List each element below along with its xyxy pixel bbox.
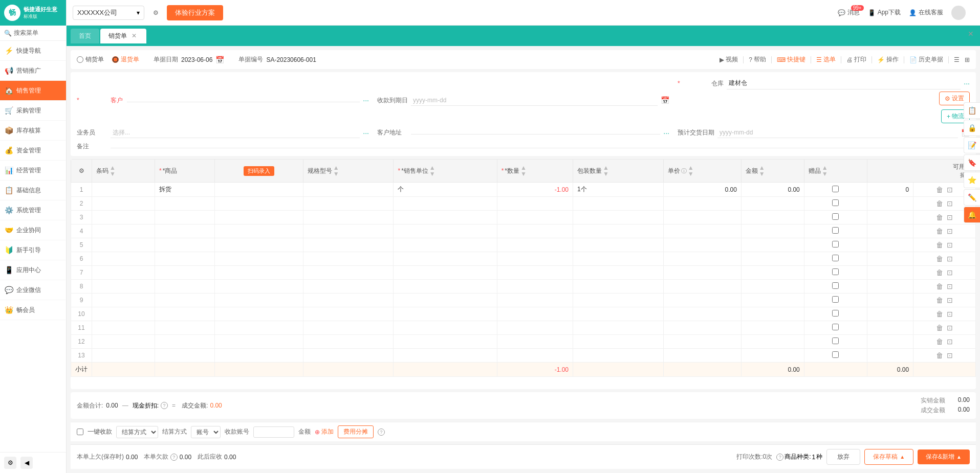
copy-icon[interactable]: ⊡ <box>946 337 954 346</box>
cell-spec[interactable] <box>303 266 394 280</box>
cell-amount[interactable] <box>741 238 804 252</box>
gift-checkbox[interactable] <box>832 199 839 206</box>
delete-icon[interactable]: 🗑 <box>935 199 944 208</box>
copy-icon[interactable]: ⊡ <box>946 186 954 194</box>
action-select[interactable]: ☰ 选单 <box>816 55 836 64</box>
gift-checkbox[interactable] <box>832 255 839 261</box>
sidebar-item-guide[interactable]: 🔰 新手引导 <box>0 240 66 260</box>
copy-icon[interactable]: ⊡ <box>946 268 954 277</box>
amount-input[interactable] <box>253 426 294 438</box>
sidebar-collapse-icon[interactable]: ◀ <box>20 457 33 469</box>
cell-unit[interactable] <box>394 335 497 349</box>
gift-checkbox[interactable] <box>832 282 839 289</box>
tab-home[interactable]: 首页 <box>71 29 99 43</box>
cell-gift[interactable] <box>804 335 867 349</box>
cell-amount[interactable] <box>741 266 804 280</box>
cell-qty[interactable] <box>497 294 573 307</box>
cell-barcode[interactable] <box>92 211 155 224</box>
close-x-btn[interactable]: ✕ <box>968 30 974 38</box>
cell-qty[interactable] <box>497 321 573 335</box>
cell-amount[interactable] <box>741 294 804 307</box>
copy-icon[interactable]: ⊡ <box>946 310 954 318</box>
gift-checkbox[interactable] <box>832 227 839 234</box>
action-help[interactable]: ? 帮助 <box>749 55 766 64</box>
cell-spec[interactable] <box>303 294 394 307</box>
cell-spec[interactable] <box>303 321 394 335</box>
delete-icon[interactable]: 🗑 <box>935 227 944 235</box>
sidebar-item-quick-nav[interactable]: ⚡ 快捷导航 <box>0 41 66 61</box>
cell-unit[interactable] <box>394 349 497 363</box>
sidebar-item-app-center[interactable]: 📱 应用中心 <box>0 260 66 280</box>
cell-spec[interactable] <box>303 238 394 252</box>
action-operate[interactable]: ⚡ 操作 <box>877 55 899 64</box>
cell-pkg-qty[interactable] <box>573 197 664 211</box>
cell-unit[interactable] <box>394 321 497 335</box>
float-btn-2[interactable]: 🔒 <box>964 120 980 136</box>
cell-unit[interactable] <box>394 197 497 211</box>
cell-pkg-qty[interactable] <box>573 321 664 335</box>
cell-qty[interactable]: -1.00 <box>497 183 573 197</box>
cell-price[interactable] <box>663 280 741 294</box>
action-view-grid[interactable]: ⊞ <box>965 56 970 63</box>
cell-gift[interactable] <box>804 294 867 307</box>
cell-product[interactable] <box>155 280 214 294</box>
online-service-btn[interactable]: 👤 在线客服 <box>909 8 943 17</box>
product-type-info-icon[interactable]: ? <box>776 454 783 461</box>
cell-product[interactable] <box>155 307 214 321</box>
cell-qty[interactable] <box>497 335 573 349</box>
add-payment-btn[interactable]: ⊕ 添加 <box>315 427 334 436</box>
cell-qty[interactable] <box>497 266 573 280</box>
cell-pkg-qty[interactable] <box>573 335 664 349</box>
cell-pkg-qty[interactable] <box>573 266 664 280</box>
customer-input[interactable] <box>127 99 360 102</box>
delete-icon[interactable]: 🗑 <box>935 351 944 359</box>
cell-qty[interactable] <box>497 211 573 224</box>
sidebar-item-basic[interactable]: 📋 基础信息 <box>0 181 66 200</box>
cell-unit[interactable] <box>394 238 497 252</box>
sidebar-item-inventory[interactable]: 📦 库存核算 <box>0 121 66 141</box>
cell-qty[interactable] <box>497 197 573 211</box>
cell-price[interactable] <box>663 266 741 280</box>
copy-icon[interactable]: ⊡ <box>946 213 954 221</box>
delete-icon[interactable]: 🗑 <box>935 213 944 221</box>
cell-price[interactable] <box>663 321 741 335</box>
cell-amount[interactable] <box>741 307 804 321</box>
cell-spec[interactable] <box>303 280 394 294</box>
cell-product[interactable] <box>155 238 214 252</box>
cell-unit[interactable] <box>394 266 497 280</box>
cell-pkg-qty[interactable]: 1个 <box>573 183 664 197</box>
cell-price[interactable] <box>663 211 741 224</box>
fee-split-btn[interactable]: 费用分摊 <box>338 425 374 438</box>
sidebar-item-sales[interactable]: 🏠 销售管理 <box>0 81 66 101</box>
copy-icon[interactable]: ⊡ <box>946 296 954 304</box>
topbar-settings-btn[interactable]: ⚙ <box>148 6 163 20</box>
cell-spec[interactable] <box>303 211 394 224</box>
gift-checkbox[interactable] <box>832 241 839 247</box>
action-video[interactable]: ▶ 视频 <box>720 55 738 64</box>
cell-unit[interactable]: 个 <box>394 183 497 197</box>
cell-amount[interactable] <box>741 349 804 363</box>
sidebar-item-wechat[interactable]: 💬 企业微信 <box>0 280 66 300</box>
delete-icon[interactable]: 🗑 <box>935 282 944 290</box>
cell-amount[interactable] <box>741 335 804 349</box>
cell-pkg-qty[interactable] <box>573 349 664 363</box>
delete-icon[interactable]: 🗑 <box>935 268 944 277</box>
cell-barcode[interactable] <box>92 321 155 335</box>
sidebar-item-finance[interactable]: 💰 资金管理 <box>0 141 66 161</box>
cell-pkg-qty[interactable] <box>573 211 664 224</box>
cell-barcode[interactable] <box>92 349 155 363</box>
action-shortcut[interactable]: ⌨ 快捷键 <box>777 55 805 64</box>
cell-unit[interactable] <box>394 224 497 238</box>
cell-price[interactable] <box>663 307 741 321</box>
cell-product[interactable] <box>155 266 214 280</box>
cell-product[interactable] <box>155 252 214 266</box>
action-history[interactable]: 📄 历史单据 <box>909 55 943 64</box>
save-draft-button[interactable]: 保存草稿 ▲ <box>864 449 913 465</box>
cell-gift[interactable] <box>804 280 867 294</box>
copy-icon[interactable]: ⊡ <box>946 199 954 208</box>
customer-dots-btn[interactable]: ··· <box>363 96 369 104</box>
sidebar-item-operation[interactable]: 📊 经营管理 <box>0 161 66 181</box>
sidebar-settings-icon[interactable]: ⚙ <box>4 457 16 469</box>
cell-gift[interactable] <box>804 183 867 197</box>
radio-return-input[interactable] <box>112 56 119 63</box>
